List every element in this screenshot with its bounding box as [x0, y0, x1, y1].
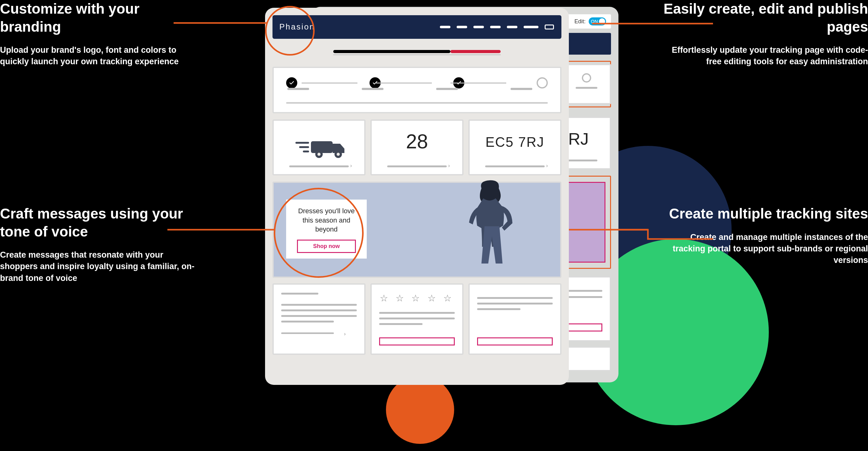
- menu-item[interactable]: [440, 26, 451, 28]
- product-card-3[interactable]: [468, 283, 561, 355]
- promo-banner: Dresses you'll love this season and beyo…: [273, 181, 561, 278]
- product-cta-button[interactable]: [477, 337, 553, 345]
- product-card-1[interactable]: ›: [273, 283, 366, 355]
- annotation-branding-body: Upload your brand's logo, font and color…: [0, 45, 198, 68]
- product-card-2[interactable]: ☆ ☆ ☆ ☆ ☆: [370, 283, 463, 355]
- check-icon: [289, 80, 294, 86]
- svg-point-4: [337, 153, 340, 156]
- placeholder-line: [286, 102, 548, 104]
- step-label: [287, 88, 309, 90]
- annotation-publish: Easily create, edit and publish pages Ef…: [657, 0, 868, 68]
- annotation-messages-body: Create messages that resonate with your …: [0, 249, 198, 284]
- cart-icon[interactable]: [545, 25, 554, 29]
- progress-step-1: [286, 77, 297, 88]
- edit-label: Edit:: [575, 18, 586, 25]
- info-card-postcode[interactable]: EC5 7RJ ›: [468, 119, 561, 175]
- svg-rect-6: [299, 146, 309, 148]
- svg-rect-5: [296, 142, 309, 144]
- step-empty-icon: [582, 73, 591, 83]
- step-label: [362, 88, 383, 90]
- svg-point-2: [317, 153, 320, 156]
- annotation-branding-title: Customize with your branding: [0, 0, 198, 36]
- step-connector: [376, 83, 432, 84]
- svg-rect-7: [303, 150, 309, 152]
- placeholder-line: [281, 315, 357, 317]
- placeholder-line: [281, 309, 357, 311]
- chevron-right-icon: ›: [344, 331, 346, 337]
- step-label: [510, 88, 532, 90]
- svg-rect-0: [311, 141, 333, 153]
- product-cta-button[interactable]: [379, 337, 455, 345]
- shop-now-button[interactable]: Shop now: [297, 239, 356, 253]
- progress-step-4: [537, 77, 548, 88]
- info-card-shipping[interactable]: ›: [273, 119, 366, 175]
- placeholder-line: [477, 303, 553, 305]
- edit-toggle-state: ON: [591, 19, 598, 24]
- menu-item[interactable]: [457, 26, 467, 28]
- eta-value: 28: [372, 130, 462, 153]
- promo-message-text: Dresses you'll love this season and beyo…: [293, 206, 360, 234]
- step-connector: [302, 83, 358, 84]
- chevron-right-icon: ›: [350, 163, 352, 169]
- menu-item[interactable]: [490, 26, 501, 28]
- main-menu: [440, 15, 554, 39]
- step-label: [436, 88, 458, 90]
- model-illustration: [455, 180, 523, 279]
- brand-logo[interactable]: Phasion: [279, 22, 315, 32]
- delivery-truck-icon: [292, 136, 348, 161]
- rating-stars: ☆ ☆ ☆ ☆ ☆: [372, 293, 462, 304]
- info-card-subline: [485, 165, 545, 167]
- annotation-publish-title: Easily create, edit and publish pages: [657, 0, 868, 36]
- site-header: Phasion: [273, 15, 561, 39]
- annotation-messages-title: Craft messages using your tone of voice: [0, 205, 198, 241]
- menu-item[interactable]: [507, 26, 517, 28]
- info-card-subline: [387, 165, 447, 167]
- postcode-value: EC5 7RJ: [470, 134, 560, 150]
- edit-toggle[interactable]: ON: [589, 18, 606, 25]
- placeholder-line: [281, 304, 357, 306]
- placeholder-line: [281, 321, 334, 322]
- chevron-right-icon: ›: [546, 163, 548, 169]
- annotation-publish-body: Effortlessly update your tracking page w…: [657, 45, 868, 68]
- chevron-right-icon: ›: [448, 163, 450, 169]
- info-card-eta[interactable]: 28 ›: [370, 119, 463, 175]
- decorative-blob-orange: [386, 375, 454, 444]
- annotation-multisite-title: Create multiple tracking sites: [657, 205, 868, 223]
- placeholder-line: [379, 323, 423, 325]
- placeholder-line: [281, 332, 334, 334]
- tablet-front: Phasion: [265, 8, 569, 385]
- placeholder-line: [281, 293, 318, 294]
- info-card-subline: [289, 165, 349, 167]
- page-subtitle-bar: [333, 50, 501, 53]
- placeholder-line: [477, 297, 553, 299]
- placeholder-line: [477, 308, 521, 310]
- annotation-messages: Craft messages using your tone of voice …: [0, 205, 198, 284]
- progress-card: [273, 67, 561, 113]
- annotation-multisite: Create multiple tracking sites Create an…: [657, 205, 868, 266]
- step-connector: [451, 83, 506, 84]
- annotation-branding: Customize with your branding Upload your…: [0, 0, 198, 68]
- promo-message-box: Dresses you'll love this season and beyo…: [286, 200, 367, 258]
- placeholder-line: [576, 87, 597, 89]
- annotation-multisite-body: Create and manage multiple instances of …: [657, 231, 868, 266]
- placeholder-line: [379, 312, 455, 314]
- menu-item[interactable]: [473, 26, 484, 28]
- placeholder-line: [379, 317, 455, 319]
